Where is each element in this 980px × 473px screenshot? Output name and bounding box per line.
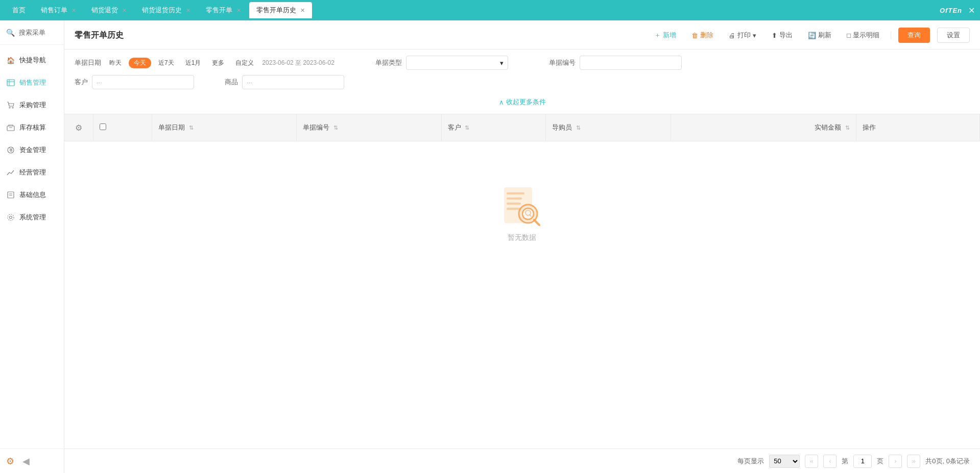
- svg-rect-9: [8, 192, 14, 198]
- empty-text: 暂无数据: [508, 233, 536, 242]
- print-button[interactable]: 🖨 打印 ▾: [725, 29, 760, 42]
- number-input[interactable]: [580, 56, 682, 70]
- sidebar-item-inventory[interactable]: 库存核算: [0, 116, 64, 139]
- delete-icon: 🗑: [691, 32, 698, 39]
- svg-text:¥: ¥: [9, 146, 13, 154]
- sidebar-item-purchase-mgmt[interactable]: 采购管理: [0, 94, 64, 116]
- add-button[interactable]: ＋ 新增: [650, 29, 680, 42]
- settings-gear-icon[interactable]: ⚙: [6, 456, 14, 467]
- collapse-sidebar-icon[interactable]: ◀: [22, 456, 30, 467]
- last-page-button[interactable]: »: [907, 455, 920, 468]
- display-detail-button[interactable]: □ 显示明细: [843, 29, 883, 42]
- page-size-select[interactable]: 50 10 20 100: [769, 455, 800, 468]
- next-page-button[interactable]: ›: [889, 455, 902, 468]
- operations-icon: [6, 168, 15, 177]
- sidebar-item-operations-label: 经营管理: [19, 168, 46, 177]
- sort-guide-icon: ⇅: [576, 125, 581, 131]
- print-dropdown-icon: ▾: [753, 32, 756, 39]
- delete-button[interactable]: 🗑 删除: [687, 29, 718, 42]
- first-page-button[interactable]: «: [805, 455, 818, 468]
- close-tab-retail-open[interactable]: ✕: [236, 7, 241, 14]
- data-table: ⚙ 单据日期 ⇅ 单据编号 ⇅: [64, 114, 980, 273]
- search-bill-button[interactable]: 🔍 搜索采单: [0, 20, 64, 45]
- search-label: 搜索采单: [19, 28, 45, 37]
- date-today-btn[interactable]: 今天: [129, 58, 151, 68]
- sort-date-icon: ⇅: [189, 125, 194, 131]
- filter-row-1: 单据日期 昨天 今天 近7天 近1月 更多 自定义 2023-06-02 至 2…: [75, 56, 970, 70]
- main-layout: 🔍 搜索采单 🏠 快捷导航 销售管理: [0, 20, 980, 473]
- goods-filter-label: 商品: [225, 78, 238, 87]
- date-7days-btn[interactable]: 近7天: [154, 58, 178, 68]
- window-close-button[interactable]: ✕: [968, 6, 975, 15]
- display-checkbox-icon: □: [847, 32, 851, 39]
- collapse-button[interactable]: ∧ 收起更多条件: [499, 97, 546, 107]
- number-filter-label: 单据编号: [549, 58, 576, 67]
- tab-retail-open-history[interactable]: 零售开单历史 ✕: [249, 2, 312, 18]
- th-checkbox: [93, 114, 152, 141]
- close-tab-sales-return[interactable]: ✕: [122, 7, 127, 14]
- date-yesterday-btn[interactable]: 昨天: [105, 58, 126, 68]
- customer-input[interactable]: ···: [92, 75, 194, 89]
- th-number[interactable]: 单据编号 ⇅: [297, 114, 441, 141]
- sidebar-item-system[interactable]: 系统管理: [0, 206, 64, 229]
- table-settings-button[interactable]: ⚙: [70, 119, 87, 136]
- toolbar: ＋ 新增 🗑 删除 🖨 打印 ▾ ⬆ 导出: [650, 28, 970, 43]
- svg-point-12: [10, 216, 12, 219]
- close-tab-sales-return-history[interactable]: ✕: [186, 7, 190, 14]
- close-tab-retail-open-history[interactable]: ✕: [300, 7, 305, 14]
- sidebar-item-sales-mgmt[interactable]: 销售管理: [0, 71, 64, 94]
- tab-home[interactable]: 首页: [5, 2, 33, 18]
- sidebar-item-finance-label: 资金管理: [19, 145, 46, 155]
- setting-button[interactable]: 设置: [937, 28, 970, 43]
- svg-rect-16: [507, 197, 522, 200]
- sort-customer-icon: ⇅: [465, 125, 469, 131]
- page-number-input[interactable]: [853, 455, 872, 468]
- refresh-button[interactable]: 🔄 刷新: [804, 29, 835, 42]
- close-tab-sales-order[interactable]: ✕: [71, 7, 76, 14]
- finance-icon: ¥: [6, 145, 15, 155]
- sidebar-item-sales-mgmt-label: 销售管理: [19, 78, 46, 87]
- toolbar-divider: [891, 31, 891, 39]
- date-custom-btn[interactable]: 自定义: [231, 58, 258, 68]
- purchase-mgmt-icon: [6, 101, 15, 110]
- tab-sales-return-history[interactable]: 销货退货历史 ✕: [135, 2, 198, 18]
- type-filter: 单据类型 ▾: [375, 56, 508, 70]
- type-select[interactable]: ▾: [406, 56, 508, 70]
- th-amount[interactable]: 实销金额 ⇅: [671, 114, 856, 141]
- type-filter-label: 单据类型: [375, 58, 402, 67]
- filter-row-2: 客户 ··· 商品 ···: [75, 75, 970, 89]
- page-title-row: 零售开单历史 ＋ 新增 🗑 删除 🖨 打印 ▾: [75, 28, 970, 43]
- sidebar-item-inventory-label: 库存核算: [19, 123, 46, 132]
- print-icon: 🖨: [729, 32, 735, 39]
- date-more-btn[interactable]: 更多: [208, 58, 228, 68]
- tab-retail-open[interactable]: 零售开单 ✕: [199, 2, 248, 18]
- search-icon: 🔍: [6, 29, 15, 37]
- prev-page-button[interactable]: ‹: [823, 455, 836, 468]
- page-word: 页: [877, 457, 883, 466]
- date-month-btn[interactable]: 近1月: [181, 58, 205, 68]
- export-button[interactable]: ⬆ 导出: [768, 29, 797, 42]
- pagination-bar: 每页显示 50 10 20 100 « ‹ 第 页 › » 共0页, 0条记录: [64, 449, 980, 473]
- svg-rect-17: [507, 203, 521, 205]
- page-header: 零售开单历史 ＋ 新增 🗑 删除 🖨 打印 ▾: [64, 20, 980, 49]
- table-body: 暂无数据: [64, 141, 980, 273]
- customer-filter-label: 客户: [75, 78, 88, 87]
- sidebar-item-basic-info[interactable]: 基础信息: [0, 184, 64, 206]
- sidebar-item-quick-nav-label: 快捷导航: [19, 56, 46, 65]
- goods-input[interactable]: ···: [242, 75, 344, 89]
- sidebar-item-finance[interactable]: ¥ 资金管理: [0, 139, 64, 161]
- tab-sales-order[interactable]: 销售订单 ✕: [34, 2, 83, 18]
- empty-state: 暂无数据: [64, 141, 980, 273]
- th-guide[interactable]: 导购员 ⇅: [546, 114, 671, 141]
- select-all-checkbox[interactable]: [100, 123, 106, 130]
- query-button[interactable]: 查询: [898, 28, 930, 43]
- sidebar-item-operations[interactable]: 经营管理: [0, 161, 64, 184]
- th-date[interactable]: 单据日期 ⇅: [152, 114, 297, 141]
- tab-sales-return[interactable]: 销货退货 ✕: [84, 2, 134, 18]
- th-customer[interactable]: 客户 ⇅: [441, 114, 546, 141]
- page-title: 零售开单历史: [75, 30, 124, 41]
- system-icon: [6, 213, 15, 222]
- sales-mgmt-icon: [6, 78, 15, 87]
- sidebar-item-quick-nav[interactable]: 🏠 快捷导航: [0, 49, 64, 71]
- top-bar: 首页 销售订单 ✕ 销货退货 ✕ 销货退货历史 ✕ 零售开单 ✕ 零售开单历史 …: [0, 0, 980, 20]
